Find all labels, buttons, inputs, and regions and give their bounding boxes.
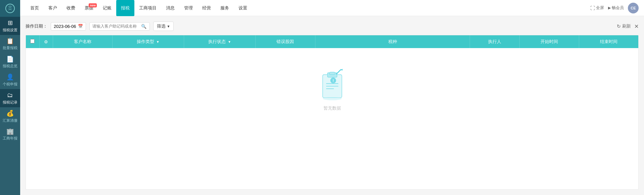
nav-invoice[interactable]: 票据 new [80,0,98,16]
svg-point-0 [6,4,14,13]
sidebar-item-personal-tax[interactable]: 👤 个税申报 [0,71,20,89]
personal-tax-icon: 👤 [6,74,14,81]
fullscreen-icon: ⛶ [590,5,595,11]
nav-collection[interactable]: 收费 [62,0,80,16]
tax-settings-icon: ⊞ [8,20,13,27]
refresh-button[interactable]: ↻ 刷新 [617,23,631,29]
topnav: 首页 客户 收费 票据 new 记账 报税 工商项目 消息 管理 经营 [20,0,644,16]
nav-manage[interactable]: 管理 [179,0,198,16]
empty-state-cell: ! 暂无数据 [26,48,638,131]
nav-tax[interactable]: 报税 [116,0,134,16]
sort-icon-exec-status: ▼ [228,40,231,44]
nav-business[interactable]: 工商项目 [134,0,161,16]
toolbar-right: ↻ 刷新 ✕ [617,23,639,30]
th-exec-status[interactable]: 执行状态 ▼ [184,35,256,48]
nav-customer[interactable]: 客户 [44,0,62,16]
calendar-icon: 📅 [78,24,83,29]
table-container: ⚙ 客户名称 操作类型 ▼ 执行状态 ▼ [26,35,639,190]
member-button[interactable]: ▶ 畅会员 [608,5,624,11]
table-header-row: ⚙ 客户名称 操作类型 ▼ 执行状态 ▼ [26,35,638,48]
filter-button[interactable]: 筛选 ▼ [153,22,174,31]
svg-point-11 [323,97,342,101]
th-executor: 执行人 [470,35,519,48]
th-error-reason: 错误股因 [256,35,315,48]
nav-service[interactable]: 服务 [216,0,234,16]
sidebar-logo[interactable] [0,0,20,17]
nav-message[interactable]: 消息 [161,0,179,16]
avatar[interactable]: CE [628,3,639,13]
svg-rect-3 [329,72,335,75]
sidebar-item-batch-tax[interactable]: 📋 批量报税 [0,35,20,53]
sidebar: ⊞ 报税设置 📋 批量报税 📄 报税总览 👤 个税申报 🗂 报税记录 💰 汇算清… [0,0,20,195]
refresh-icon: ↻ [617,24,621,29]
nav-operation[interactable]: 经营 [198,0,216,16]
main-area: 首页 客户 收费 票据 new 记账 报税 工商项目 消息 管理 经营 [20,0,644,195]
nav-accounts[interactable]: 记账 [98,0,116,16]
th-customer: 客户名称 [53,35,112,48]
th-end-time: 结束时间 [579,35,638,48]
svg-text:!: ! [332,79,334,83]
sidebar-item-tax-settings[interactable]: ⊞ 报税设置 [0,17,20,35]
th-op-type[interactable]: 操作类型 ▼ [112,35,184,48]
date-label: 操作日期： [26,23,47,29]
svg-line-9 [336,70,341,74]
select-all-checkbox[interactable] [30,39,35,43]
empty-state: ! 暂无数据 [26,48,638,131]
th-start-time: 开始时间 [519,35,579,48]
data-table: ⚙ 客户名称 操作类型 ▼ 执行状态 ▼ [26,35,638,131]
member-icon: ▶ [608,6,611,10]
th-checkbox[interactable] [26,35,39,48]
nav-home[interactable]: 首页 [26,0,44,16]
close-button[interactable]: ✕ [634,23,639,30]
annual-report-icon: 🏢 [6,128,14,135]
sort-icon-op-type: ▼ [156,40,160,44]
tax-records-icon: 🗂 [7,92,13,99]
sidebar-item-annual-report[interactable]: 🏢 工商年报 [0,125,20,144]
gear-icon: ⚙ [44,39,48,44]
empty-state-row: ! 暂无数据 [26,48,638,131]
content-area: 操作日期： 2023-06-06 📅 🔍 筛选 ▼ ↻ 刷新 ✕ [20,16,644,195]
toolbar: 操作日期： 2023-06-06 📅 🔍 筛选 ▼ ↻ 刷新 ✕ [26,22,639,31]
search-input[interactable] [92,24,139,29]
th-tax-type: 税种 [315,35,470,48]
empty-text: 暂无数据 [324,105,341,111]
date-picker[interactable]: 2023-06-06 📅 [51,22,86,31]
tax-summary-icon: 📄 [6,56,14,63]
invoice-badge: new [89,3,97,7]
sidebar-item-tax-summary[interactable]: 📄 报税总览 [0,53,20,71]
batch-tax-icon: 📋 [6,38,14,45]
nav-settings[interactable]: 设置 [234,0,252,16]
table-body: ! 暂无数据 [26,48,638,131]
sidebar-item-settle[interactable]: 💰 汇算清缴 [0,107,20,125]
th-gear[interactable]: ⚙ [39,35,53,48]
sidebar-item-tax-records[interactable]: 🗂 报税记录 [0,89,20,107]
fullscreen-button[interactable]: ⛶ 全屏 [590,5,604,11]
settle-icon: 💰 [6,110,14,117]
search-icon: 🔍 [141,24,146,29]
search-box[interactable]: 🔍 [89,22,150,31]
chevron-down-icon: ▼ [167,25,170,28]
svg-marker-10 [341,69,343,71]
topnav-right: ⛶ 全屏 ▶ 畅会员 CE [590,3,639,13]
empty-illustration: ! [317,68,347,102]
